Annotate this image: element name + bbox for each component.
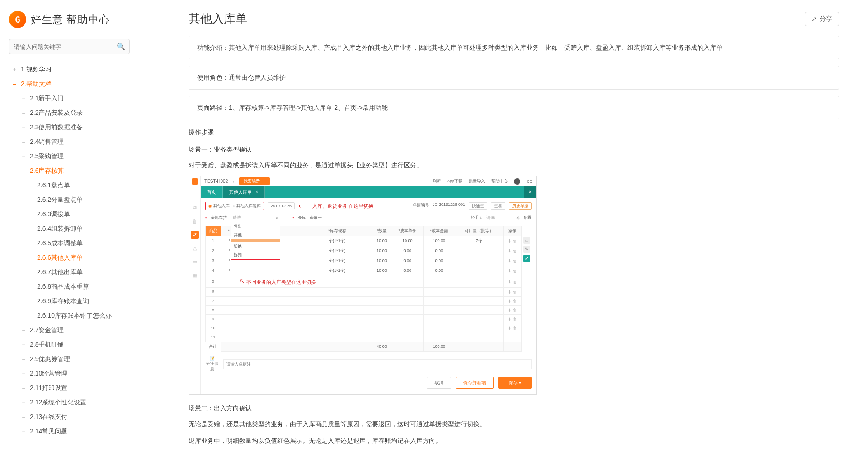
plus-icon: ＋ (20, 109, 27, 117)
scene2-head: 场景二：出入方向确认 (189, 404, 839, 413)
nav-2-6-1[interactable]: 2.6.1盘点单 (9, 178, 130, 193)
plus-icon: ＋ (20, 370, 27, 377)
delete-icon: 🗑 (513, 308, 517, 313)
plus-icon: ＋ (20, 95, 27, 102)
page-title: 其他入库单 (189, 11, 247, 27)
nav-2-6-10[interactable]: 2.6.10库存账本错了怎么办 (9, 309, 130, 323)
download-icon: ⬇ (508, 326, 511, 331)
nav-2-6-4[interactable]: 2.6.4组装拆卸单 (9, 222, 130, 236)
shot-topbar: TEST-H002 ▾ 我要续费 → 刷新 App下载 批量导入 帮助中心 CC (201, 176, 536, 186)
scene1-head: 场景一：业务类型确认 (189, 146, 839, 154)
nav-2-13[interactable]: ＋2.13在线支付 (9, 410, 130, 424)
intro-label: 功能介绍： (197, 44, 229, 51)
shot-option: 其他 (231, 231, 280, 239)
scene1-text: 对于受赠、盘盈或是拆装入库等不同的业务，是通过单据头【业务类型】进行区分。 (189, 159, 839, 171)
download-icon: ⬇ (508, 258, 511, 263)
minus-icon: − (11, 81, 18, 88)
nav-2-14[interactable]: ＋2.14常见问题 (9, 424, 130, 439)
nav-docs[interactable]: −2.帮助文档 (9, 77, 130, 91)
nav-2-10[interactable]: ＋2.10经营管理 (9, 366, 130, 381)
nav-video[interactable]: ＋1.视频学习 (9, 62, 130, 77)
rail-icon-active: ⤢ (523, 255, 530, 262)
delete-icon: 🗑 (513, 290, 517, 295)
brand-text: 好生意 帮助中心 (31, 13, 110, 27)
th: 操作 (503, 226, 521, 236)
nav-2-8[interactable]: ＋2.8手机旺铺 (9, 338, 130, 352)
download-icon: ⬇ (508, 308, 511, 313)
shot-tabs: 首页 其他入库单× × (201, 186, 536, 198)
nav-label: 2.1新手入门 (30, 95, 64, 103)
plus-icon: ＋ (20, 138, 27, 146)
nav-2-6-2[interactable]: 2.6.2分量盘点单 (9, 193, 130, 207)
nav-2-11[interactable]: ＋2.11打印设置 (9, 381, 130, 395)
shot-save-button: 保存 ▾ (498, 377, 532, 389)
nav-tree: ＋1.视频学习 −2.帮助文档 ＋2.1新手入门 ＋2.2产品安装及登录 ＋2.… (9, 62, 130, 439)
nav-2-3[interactable]: ＋2.3使用前数据准备 (9, 120, 130, 135)
nav-2-4[interactable]: ＋2.4销售管理 (9, 135, 130, 149)
delete-icon: 🗑 (513, 268, 517, 273)
share-label: 分享 (820, 15, 832, 23)
nav-label: 2.6.10库存账本错了怎么办 (37, 312, 112, 320)
shot-maker-label: 经手人 (471, 215, 483, 221)
delete-icon: 🗑 (513, 238, 517, 243)
table-row: 5↖ 不同业务的入库类型在这里切换⬇ 🗑 (206, 276, 522, 287)
intro-text: 其他入库单用来处理除采购入库、产成品入库之外的其他入库业务，因此其他入库单可处理… (229, 44, 722, 51)
brand-row: 6 好生意 帮助中心 (9, 11, 130, 28)
delete-icon: 🗑 (513, 248, 517, 253)
nav-label: 2.12系统个性化设置 (30, 399, 86, 407)
shot-top-links: 刷新 App下载 批量导入 帮助中心 CC (433, 178, 533, 185)
plus-icon: ＋ (20, 356, 27, 363)
nav-2-9[interactable]: ＋2.9优惠券管理 (9, 352, 130, 366)
shot-radio-label: 其他入库 (213, 204, 230, 208)
delete-icon: 🗑 (513, 317, 517, 322)
nav-label: 2.6.3调拨单 (37, 210, 70, 219)
nav-label: 2.6.6其他入库单 (37, 254, 83, 262)
nav-2-6-5[interactable]: 2.6.5成本调整单 (9, 236, 130, 251)
th: *数量 (372, 226, 392, 236)
shot-body: ◉ 其他入库 ○ 其他入库退库 2019-12-26 ⟵ 入库、退货业务 在这里… (201, 198, 536, 395)
nav-2-1[interactable]: ＋2.1新手入门 (9, 91, 130, 106)
nav-label: 2.9优惠券管理 (30, 355, 70, 363)
nav-2-7[interactable]: ＋2.7资金管理 (9, 323, 130, 338)
nav-2-6-3[interactable]: 2.6.3调拨单 (9, 207, 130, 222)
delete-icon: 🗑 (513, 326, 517, 331)
nav-label: 2.4销售管理 (30, 138, 64, 146)
shot-link: App下载 (447, 178, 462, 184)
nav-label: 2.10经营管理 (30, 370, 67, 378)
nav-2-6-7[interactable]: 2.6.7其他出库单 (9, 265, 130, 280)
table-row: 10⬇ 🗑 (206, 324, 522, 333)
plus-icon: ＋ (20, 414, 27, 421)
shot-wh-value: 会展一 (310, 215, 322, 221)
nav-2-6-9[interactable]: 2.6.9库存账本查询 (9, 294, 130, 309)
download-icon: ⬇ (508, 279, 511, 284)
shot-link: 批量导入 (469, 178, 485, 184)
shot-pill: 查看 (491, 202, 505, 210)
screenshot-illustration: ☰ ⧉ 🗑 ⟳ △ ▭ ▦ TEST-H002 ▾ 我要续费 → 刷新 (189, 176, 537, 395)
shot-filter-label: 全部存货 (211, 215, 227, 221)
nav-2-2[interactable]: ＋2.2产品安装及登录 (9, 106, 130, 120)
download-icon: ⬇ (508, 317, 511, 322)
shot-side-icon: ▭ (191, 258, 199, 266)
role-text: 通常由仓管人员维护 (229, 74, 286, 81)
nav-2-6-8[interactable]: 2.6.8商品成本重算 (9, 280, 130, 294)
nav-2-12[interactable]: ＋2.12系统个性化设置 (9, 395, 130, 410)
nav-2-5[interactable]: ＋2.5采购管理 (9, 149, 130, 164)
share-button[interactable]: ↗ 分享 (805, 12, 839, 26)
shot-save-add-button: 保存并新增 (456, 377, 494, 389)
nav-label: 2.13在线支付 (30, 413, 67, 421)
shot-right-rail: ▭ ✎ ⤢ (522, 226, 532, 352)
shot-buttons: 取消 保存并新增 保存 ▾ (205, 377, 532, 389)
nav-2-6-6[interactable]: 2.6.6其他入库单 (9, 251, 130, 265)
shot-wh-label: 仓库 (298, 215, 306, 221)
th: *成本单价 (392, 226, 423, 236)
nav-2-6[interactable]: −2.6库存核算 (9, 164, 130, 178)
search-input[interactable] (9, 39, 130, 54)
nav-label: 2.5采购管理 (30, 152, 64, 161)
plus-icon: ＋ (20, 399, 27, 406)
plus-icon: ＋ (20, 124, 27, 131)
search-icon[interactable]: 🔍 (117, 43, 125, 51)
th: 商品 (206, 226, 221, 236)
shot-pill: 历史单据 (509, 202, 532, 210)
shot-side-icon: ▦ (191, 271, 199, 280)
steps-label: 操作步骤： (189, 128, 839, 137)
